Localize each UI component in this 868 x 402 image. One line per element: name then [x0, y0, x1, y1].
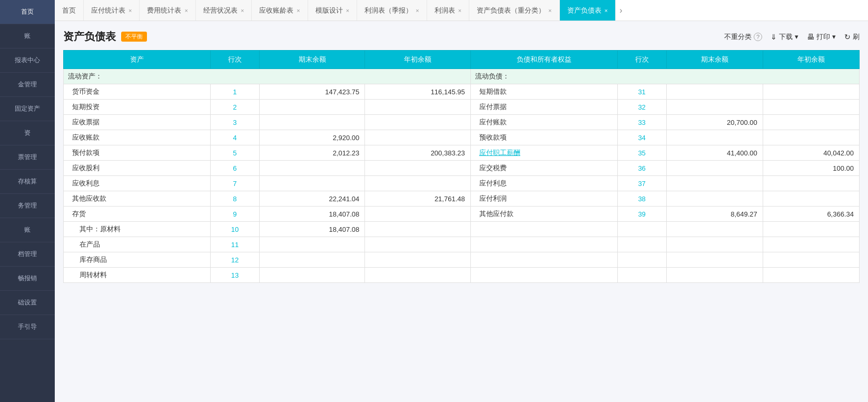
- left-begin-balance: [365, 207, 470, 222]
- refresh-btn[interactable]: ↻ 刷: [844, 32, 860, 42]
- tab-payable-stats-label: 应付统计表: [91, 6, 125, 15]
- left-row-num: 3: [210, 115, 259, 130]
- left-begin-balance: [365, 268, 470, 283]
- right-row-num: 35: [617, 145, 666, 161]
- download-btn[interactable]: ⇓ 下载 ▾: [771, 32, 798, 42]
- left-item: 应收利息: [64, 176, 211, 191]
- sidebar-item-inventory[interactable]: 存核算: [0, 170, 55, 194]
- table-row: 应收股利 6 应交税费 36 100.00: [64, 161, 860, 176]
- left-begin-balance: [365, 115, 470, 130]
- sidebar-item-fixed-assets[interactable]: 固定资产: [0, 97, 55, 121]
- tab-profit-quarterly[interactable]: 利润表（季报） ×: [357, 0, 427, 21]
- sidebar-item-settings[interactable]: 础设置: [0, 291, 55, 315]
- left-row-num: 10: [210, 222, 259, 237]
- right-end-balance: [666, 191, 763, 207]
- right-begin-balance: [763, 115, 859, 130]
- left-row-num: 5: [210, 145, 259, 161]
- col-header-liabilities: 负债和所有者权益: [470, 51, 617, 69]
- tab-expense-stats[interactable]: 费用统计表 ×: [140, 0, 195, 21]
- tab-profit-quarterly-close[interactable]: ×: [416, 7, 419, 14]
- tab-payable-stats-close[interactable]: ×: [129, 7, 132, 14]
- tab-balance-sheet[interactable]: 资产负债表 ×: [560, 0, 616, 21]
- status-badge: 不平衡: [121, 32, 147, 42]
- left-row-num: 12: [210, 252, 259, 268]
- tab-template-design[interactable]: 模版设计 ×: [308, 0, 357, 21]
- left-item: 短期投资: [64, 100, 211, 115]
- table-row: 应收票据 3 应付账款 33 20,700.00: [64, 115, 860, 130]
- page-header: 资产负债表 不平衡 不重分类 ? ⇓ 下载 ▾ 🖶 打印 ▾: [63, 30, 860, 44]
- right-item: 应付票据: [470, 100, 617, 115]
- tab-payable-stats[interactable]: 应付统计表 ×: [84, 0, 140, 21]
- refresh-label: 刷: [853, 32, 860, 42]
- content-area: 资产负债表 不平衡 不重分类 ? ⇓ 下载 ▾ 🖶 打印 ▾: [55, 21, 868, 402]
- left-end-balance: 18,407.08: [259, 207, 364, 222]
- right-row-num: 39: [617, 207, 666, 222]
- left-end-balance: [259, 161, 364, 176]
- tab-receivable-aging[interactable]: 应收账龄表 ×: [252, 0, 308, 21]
- left-end-balance: 147,423.75: [259, 84, 364, 100]
- left-begin-balance: [365, 252, 470, 268]
- right-end-balance: [666, 130, 763, 145]
- right-end-balance: 20,700.00: [666, 115, 763, 130]
- right-row-num: 33: [617, 115, 666, 130]
- left-begin-balance: [365, 222, 470, 237]
- sidebar-item-ledger[interactable]: 账: [0, 218, 55, 242]
- print-btn[interactable]: 🖶 打印 ▾: [807, 32, 836, 42]
- sidebar-item-archive[interactable]: 档管理: [0, 242, 55, 267]
- sidebar-item-fund-management[interactable]: 金管理: [0, 73, 55, 97]
- tab-profit[interactable]: 利润表 ×: [427, 0, 469, 21]
- right-row-num: [617, 237, 666, 252]
- left-item: 在产品: [64, 237, 211, 252]
- no-reclassify-btn[interactable]: 不重分类 ?: [724, 32, 762, 42]
- col-header-end-balance-right: 期末余额: [666, 51, 763, 69]
- sidebar-item-ticket-management[interactable]: 票管理: [0, 145, 55, 170]
- right-row-num: [617, 222, 666, 237]
- right-item: 应付职工薪酬: [470, 145, 617, 161]
- tab-receivable-aging-close[interactable]: ×: [297, 7, 300, 14]
- table-row: 货币资金 1 147,423.75 116,145.95 短期借款 31: [64, 84, 860, 100]
- tab-operation-status-label: 经营状况表: [203, 6, 238, 15]
- tab-profit-label: 利润表: [435, 6, 455, 15]
- table-row: 在产品 11: [64, 237, 860, 252]
- left-end-balance: [259, 176, 364, 191]
- left-begin-balance: 200,383.23: [365, 145, 470, 161]
- tab-operation-status-close[interactable]: ×: [241, 7, 244, 14]
- tab-expense-stats-close[interactable]: ×: [184, 7, 188, 14]
- help-icon[interactable]: ?: [754, 33, 762, 41]
- right-begin-balance: [763, 191, 859, 207]
- print-chevron: ▾: [832, 33, 836, 41]
- tab-balance-reclassify[interactable]: 资产负债表（重分类） ×: [469, 0, 559, 21]
- left-begin-balance: [365, 161, 470, 176]
- tab-template-design-close[interactable]: ×: [346, 7, 349, 14]
- sidebar-item-home[interactable]: 首页: [0, 0, 55, 24]
- sidebar-item-guide[interactable]: 手引导: [0, 315, 55, 339]
- tab-balance-sheet-label: 资产负债表: [567, 6, 601, 15]
- right-begin-balance: [763, 100, 859, 115]
- left-begin-balance: [365, 130, 470, 145]
- right-end-balance: [666, 161, 763, 176]
- right-row-num: 31: [617, 84, 666, 100]
- left-begin-balance: [365, 176, 470, 191]
- left-begin-balance: [365, 237, 470, 252]
- tab-operation-status[interactable]: 经营状况表 ×: [196, 0, 252, 21]
- sidebar-item-assets[interactable]: 资: [0, 121, 55, 145]
- sidebar-item-affairs[interactable]: 务管理: [0, 194, 55, 218]
- right-begin-balance: [763, 222, 859, 237]
- right-item: 应付利润: [470, 191, 617, 207]
- right-row-num: 37: [617, 176, 666, 191]
- sidebar-item-expense[interactable]: 畅报销: [0, 267, 55, 291]
- table-row: 应收账款 4 2,920.00 预收款项 34: [64, 130, 860, 145]
- tab-profit-close[interactable]: ×: [458, 7, 461, 14]
- tab-scroll-right[interactable]: ›: [616, 6, 626, 15]
- section-header-current-assets: 流动资产： 流动负债：: [64, 69, 860, 84]
- table-row: 存货 9 18,407.08 其他应付款 39 8,649.27 6,366.3…: [64, 207, 860, 222]
- col-header-begin-balance-left: 年初余额: [365, 51, 470, 69]
- tab-home[interactable]: 首页: [55, 0, 84, 21]
- right-item: [470, 237, 617, 252]
- left-end-balance: [259, 237, 364, 252]
- tab-balance-reclassify-close[interactable]: ×: [548, 7, 551, 14]
- tab-balance-sheet-close[interactable]: ×: [605, 7, 608, 14]
- sidebar-item-account[interactable]: 账: [0, 24, 55, 48]
- sidebar-item-report-center[interactable]: 报表中心: [0, 48, 55, 73]
- left-row-num: 6: [210, 161, 259, 176]
